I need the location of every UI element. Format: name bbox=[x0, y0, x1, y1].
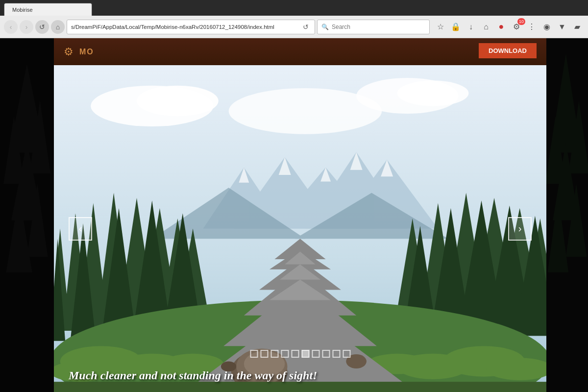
slide-dot-3[interactable] bbox=[270, 350, 278, 358]
svg-rect-8 bbox=[0, 38, 54, 392]
right-panel-svg bbox=[546, 38, 588, 392]
dropdown-button[interactable]: ▼ bbox=[555, 20, 569, 34]
opera-icon: ● bbox=[499, 22, 504, 32]
browser-chrome: Mobirise ‹ › ↺ ⌂ s/DreamPiF/AppData/Loca… bbox=[0, 0, 588, 38]
tab-bar: Mobirise bbox=[0, 0, 588, 16]
browser-viewport: ⚙ MO DOWNLOAD bbox=[54, 38, 546, 392]
slide-dot-5[interactable] bbox=[291, 350, 299, 358]
slide-caption: Much cleaner and not standing in the way… bbox=[69, 369, 532, 382]
home-nav-icon: ⌂ bbox=[484, 23, 489, 31]
lock-button[interactable]: 🔒 bbox=[449, 20, 463, 34]
website-app-title: MO bbox=[79, 48, 94, 56]
website-header: ⚙ MO DOWNLOAD bbox=[54, 38, 546, 65]
download-icon: ↓ bbox=[469, 23, 473, 31]
slide-image bbox=[54, 65, 546, 392]
address-reload-icon[interactable]: ↺ bbox=[301, 22, 311, 32]
battery-icon: ▰ bbox=[574, 22, 580, 31]
toolbar-icons: ☆ 🔒 ↓ ⌂ ● ⚙ 10 ⋮ bbox=[434, 20, 584, 34]
slide-dots bbox=[250, 350, 350, 358]
next-arrow-icon: › bbox=[518, 223, 522, 234]
search-input[interactable] bbox=[332, 24, 425, 30]
reload-icon: ↺ bbox=[39, 23, 45, 31]
browser-toolbar: ‹ › ↺ ⌂ s/DreamPiF/AppData/Local/Temp/Mo… bbox=[0, 16, 588, 38]
svg-point-13 bbox=[397, 80, 469, 106]
dropdown-icon: ▼ bbox=[558, 23, 566, 31]
website-gear-icon: ⚙ bbox=[64, 46, 74, 58]
home-nav-button[interactable]: ⌂ bbox=[479, 20, 493, 34]
left-panel bbox=[0, 38, 54, 392]
prev-arrow-icon: ‹ bbox=[79, 223, 82, 234]
notification-count: 10 bbox=[517, 18, 525, 25]
bookmark-icon: ☆ bbox=[437, 22, 444, 31]
website-content: ⚙ MO DOWNLOAD bbox=[54, 38, 546, 392]
extra1-button[interactable]: ◉ bbox=[540, 20, 554, 34]
home-icon: ⌂ bbox=[56, 23, 60, 31]
forward-button[interactable]: › bbox=[20, 20, 33, 34]
back-button[interactable]: ‹ bbox=[4, 20, 18, 34]
svg-point-14 bbox=[229, 88, 382, 134]
slider-next-button[interactable]: › bbox=[508, 217, 532, 241]
search-icon: 🔍 bbox=[321, 24, 329, 30]
svg-rect-74 bbox=[54, 382, 546, 392]
bookmark-button[interactable]: ☆ bbox=[434, 20, 447, 34]
tab-title: Mobirise bbox=[12, 7, 33, 13]
opera-button[interactable]: ● bbox=[494, 20, 508, 34]
slide-dot-9[interactable] bbox=[332, 350, 340, 358]
reload-button[interactable]: ↺ bbox=[35, 20, 49, 34]
landscape-svg bbox=[54, 65, 546, 392]
slide-dot-6[interactable] bbox=[301, 350, 309, 358]
back-icon: ‹ bbox=[10, 23, 12, 31]
more-button[interactable]: ⋮ bbox=[525, 20, 539, 34]
address-bar[interactable]: s/DreamPiF/AppData/Local/Temp/Mobirise-n… bbox=[67, 20, 315, 34]
active-tab[interactable]: Mobirise bbox=[4, 3, 92, 16]
download-button[interactable]: ↓ bbox=[464, 20, 478, 34]
slider-container: ‹ › bbox=[54, 65, 546, 392]
svg-point-11 bbox=[137, 86, 219, 117]
battery-button: ▰ bbox=[570, 20, 584, 34]
slide-dot-7[interactable] bbox=[312, 350, 319, 358]
lock-icon: 🔒 bbox=[451, 22, 461, 31]
forward-icon: › bbox=[25, 23, 28, 31]
address-text: s/DreamPiF/AppData/Local/Temp/Mobirise-n… bbox=[71, 24, 298, 30]
more-icon: ⋮ bbox=[528, 22, 536, 31]
right-panel bbox=[546, 38, 588, 392]
left-panel-bg bbox=[0, 38, 54, 392]
main-content: ⚙ MO DOWNLOAD bbox=[0, 38, 588, 392]
home-button[interactable]: ⌂ bbox=[51, 20, 65, 34]
right-panel-bg bbox=[546, 38, 588, 392]
website-download-button[interactable]: DOWNLOAD bbox=[479, 43, 537, 58]
slider-prev-button[interactable]: ‹ bbox=[69, 217, 92, 241]
extra1-icon: ◉ bbox=[543, 22, 550, 31]
extensions-notification: ⚙ 10 bbox=[510, 20, 523, 34]
slide-dot-1[interactable] bbox=[250, 350, 258, 358]
slide-dot-4[interactable] bbox=[281, 350, 289, 358]
slide-dot-2[interactable] bbox=[260, 350, 268, 358]
slide-dot-10[interactable] bbox=[343, 350, 350, 358]
svg-rect-83 bbox=[546, 38, 588, 392]
search-box: 🔍 bbox=[317, 20, 430, 34]
slide-dot-8[interactable] bbox=[322, 350, 330, 358]
